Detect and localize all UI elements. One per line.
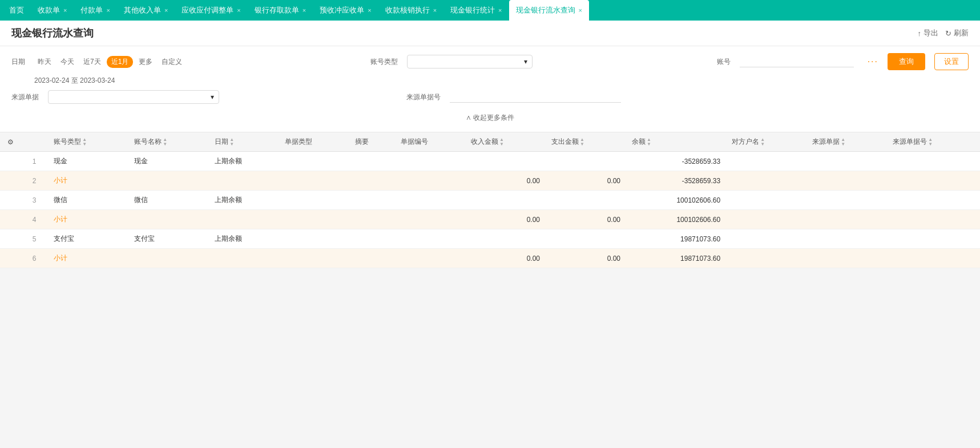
cell-doc-no xyxy=(395,152,465,171)
filter-row-2: 来源单据 ▾ 来源单据号 xyxy=(11,90,969,104)
cell-gear xyxy=(0,249,21,268)
cell-account-type: 小计 xyxy=(48,210,128,229)
nav-item-cash-bank-stat[interactable]: 现金银行统计 × xyxy=(443,0,509,21)
date-btn-custom[interactable]: 自定义 xyxy=(158,56,185,68)
more-dots-btn[interactable]: ··· xyxy=(868,56,878,67)
cell-account-name xyxy=(128,171,209,191)
date-btn-yesterday[interactable]: 昨天 xyxy=(34,56,55,68)
cell-balance: 19871073.60 xyxy=(626,249,726,268)
header-actions: ↑ 导出 ↻ 刷新 xyxy=(918,28,969,38)
th-doc-no: 单据编号 xyxy=(395,132,465,152)
nav-item-payment[interactable]: 付款单 × xyxy=(74,0,116,21)
date-btn-more[interactable]: 更多 xyxy=(135,56,156,68)
table-row[interactable]: 4小计0.000.00100102606.60 xyxy=(0,210,980,229)
th-account-type[interactable]: 账号类型▲▼ xyxy=(48,132,128,152)
close-icon[interactable]: × xyxy=(237,7,240,14)
table-row[interactable]: 5支付宝支付宝上期余额19871073.60 xyxy=(0,229,980,249)
close-icon[interactable]: × xyxy=(63,7,67,14)
table-row[interactable]: 2小计0.000.00-3528659.33 xyxy=(0,171,980,191)
th-date[interactable]: 日期▲▼ xyxy=(209,132,279,152)
cell-summary xyxy=(349,249,395,268)
nav-item-receipt[interactable]: 收款单 × xyxy=(31,0,74,21)
cell-source-doc-no xyxy=(887,171,980,191)
nav-item-ar-ap-adjust[interactable]: 应收应付调整单 × xyxy=(175,0,247,21)
cell-counterparty xyxy=(726,249,806,268)
account-input[interactable] xyxy=(740,58,854,66)
table-row[interactable]: 1现金现金上期余额-3528659.33 xyxy=(0,152,980,171)
cell-balance: -3528659.33 xyxy=(626,152,726,171)
th-gear[interactable]: ⚙ xyxy=(0,132,21,152)
cell-source-doc-no xyxy=(887,210,980,229)
filter-area: 日期 昨天 今天 近7天 近1月 更多 自定义 账号类型 ▾ 账号 ··· 查询… xyxy=(0,46,980,132)
nav-item-home[interactable]: 首页 xyxy=(2,0,31,21)
cell-source-doc xyxy=(806,229,887,249)
cell-gear xyxy=(0,210,21,229)
cell-rownum: 6 xyxy=(21,249,48,268)
close-icon[interactable]: × xyxy=(303,7,306,14)
date-label: 日期 xyxy=(11,57,25,67)
cell-date: 上期余额 xyxy=(209,229,279,249)
nav-item-cash-bank-flow[interactable]: 现金银行流水查询 × xyxy=(509,0,589,21)
date-btn-today[interactable]: 今天 xyxy=(57,56,78,68)
th-rownum xyxy=(21,132,48,152)
cell-account-type: 小计 xyxy=(48,249,128,268)
query-button[interactable]: 查询 xyxy=(888,53,925,70)
cell-balance: -3528659.33 xyxy=(626,171,726,191)
table-row[interactable]: 6小计0.000.0019871073.60 xyxy=(0,249,980,268)
close-icon[interactable]: × xyxy=(579,7,582,14)
cell-date xyxy=(209,249,279,268)
th-expense[interactable]: 支出金额▲▼ xyxy=(546,132,626,152)
cell-date xyxy=(209,210,279,229)
close-icon[interactable]: × xyxy=(498,7,502,14)
refresh-icon: ↻ xyxy=(945,29,951,38)
close-icon[interactable]: × xyxy=(368,7,371,14)
cell-date xyxy=(209,171,279,191)
account-type-select[interactable]: ▾ xyxy=(407,55,533,68)
export-button[interactable]: ↑ 导出 xyxy=(918,28,939,38)
cell-source-doc-no xyxy=(887,152,980,171)
close-icon[interactable]: × xyxy=(433,7,437,14)
cell-gear xyxy=(0,191,21,210)
table-body: 1现金现金上期余额-3528659.332小计0.000.00-3528659.… xyxy=(0,152,980,268)
close-icon[interactable]: × xyxy=(106,7,110,14)
th-balance[interactable]: 余额▲▼ xyxy=(626,132,726,152)
cell-income xyxy=(465,191,546,210)
cell-source-doc xyxy=(806,171,887,191)
th-source-doc[interactable]: 来源单据▲▼ xyxy=(806,132,887,152)
date-btn-7days[interactable]: 近7天 xyxy=(80,56,104,68)
th-doc-type: 单据类型 xyxy=(279,132,349,152)
source-doc-no-input[interactable] xyxy=(450,93,621,101)
chevron-down-icon: ▾ xyxy=(524,58,527,66)
cell-rownum: 1 xyxy=(21,152,48,171)
cell-date: 上期余额 xyxy=(209,191,279,210)
cell-counterparty xyxy=(726,210,806,229)
refresh-button[interactable]: ↻ 刷新 xyxy=(945,28,969,38)
th-counterparty[interactable]: 对方户名▲▼ xyxy=(726,132,806,152)
collapse-bar[interactable]: ∧ 收起更多条件 xyxy=(11,110,969,125)
chevron-down-icon-2: ▾ xyxy=(211,93,214,101)
date-btn-1month[interactable]: 近1月 xyxy=(107,56,134,68)
th-income[interactable]: 收入金额▲▼ xyxy=(465,132,546,152)
nav-item-prepay-offset[interactable]: 预收冲应收单 × xyxy=(313,0,378,21)
close-icon[interactable]: × xyxy=(164,7,168,14)
cell-doc-no xyxy=(395,210,465,229)
source-doc-select[interactable]: ▾ xyxy=(48,90,219,104)
cell-doc-type xyxy=(279,191,349,210)
nav-item-bank-deposit[interactable]: 银行存取款单 × xyxy=(248,0,313,21)
cell-income xyxy=(465,229,546,249)
cell-balance: 19871073.60 xyxy=(626,229,726,249)
cell-counterparty xyxy=(726,152,806,171)
source-doc-no-label: 来源单据号 xyxy=(406,92,441,102)
cell-summary xyxy=(349,152,395,171)
th-account-name[interactable]: 账号名称▲▼ xyxy=(128,132,209,152)
nav-item-other-income[interactable]: 其他收入单 × xyxy=(117,0,175,21)
nav-item-receipt-verify[interactable]: 收款核销执行 × xyxy=(378,0,443,21)
cell-expense: 0.00 xyxy=(546,171,626,191)
table-container: ⚙ 账号类型▲▼ 账号名称▲▼ 日期▲▼ 单据类型 摘要 单据编号 收入金额▲▼ xyxy=(0,132,980,268)
page-header: 现金银行流水查询 ↑ 导出 ↻ 刷新 xyxy=(0,21,980,46)
table-row[interactable]: 3微信微信上期余额100102606.60 xyxy=(0,191,980,210)
th-source-doc-no[interactable]: 来源单据号▲▼ xyxy=(887,132,980,152)
cell-rownum: 3 xyxy=(21,191,48,210)
filter-row-1: 日期 昨天 今天 近7天 近1月 更多 自定义 账号类型 ▾ 账号 ··· 查询… xyxy=(11,53,969,70)
settings-button[interactable]: 设置 xyxy=(934,53,969,70)
